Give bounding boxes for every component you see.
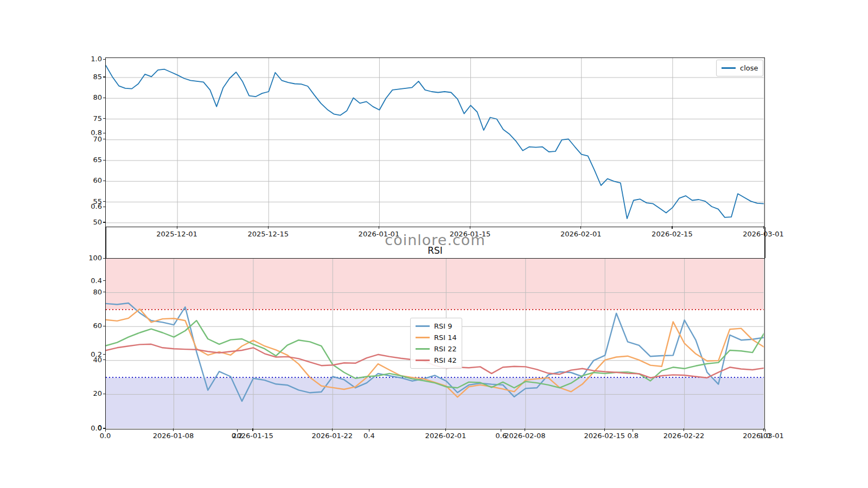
- hidden-y-tick-label: 0.8: [64, 129, 102, 137]
- hidden-y-tickmark: [103, 133, 106, 133]
- overbought-band: [106, 259, 764, 310]
- hidden-x-tick-label: 1.0: [740, 432, 790, 440]
- x-tick-label: 2026-01-01: [354, 230, 404, 238]
- legend-entry: RSI 42: [416, 355, 457, 366]
- legend-line-sample: [416, 359, 430, 361]
- x-tickmark: [763, 226, 764, 229]
- y-tickmark: [103, 76, 106, 77]
- y-tickmark: [103, 222, 106, 222]
- y-tickmark: [103, 394, 106, 394]
- y-tick-label: 80: [64, 288, 102, 296]
- y-tick-label: 50: [64, 218, 102, 226]
- x-tickmark: [379, 226, 379, 229]
- y-tick-label: 100: [64, 254, 102, 262]
- legend-label: close: [740, 64, 758, 72]
- x-tickmark: [470, 226, 470, 229]
- oversold-band: [106, 377, 764, 428]
- hidden-x-tick-label: 0.4: [344, 432, 394, 440]
- y-tickmark: [103, 326, 106, 326]
- y-tick-label: 85: [64, 73, 102, 81]
- legend-label: RSI 42: [434, 356, 457, 364]
- y-tickmark: [103, 201, 106, 202]
- x-tickmark: [525, 428, 525, 431]
- figure: coinlore.com RSI close RSI 9RSI 14RSI 22…: [0, 0, 868, 488]
- x-tickmark: [268, 226, 269, 229]
- hidden-y-tickmark: [103, 280, 106, 281]
- hidden-y-tick-label: 0.2: [64, 350, 102, 358]
- legend-entry: RSI 22: [416, 343, 457, 355]
- y-tickmark: [103, 139, 106, 139]
- legend-entry: close: [722, 62, 758, 74]
- legend-line-sample: [416, 337, 430, 338]
- hidden-x-tick-label: 0.6: [476, 432, 526, 440]
- x-tickmark: [252, 428, 253, 431]
- hidden-x-tickmark: [501, 429, 501, 432]
- hidden-x-tickmark: [369, 429, 369, 432]
- x-tick-label: 2026-01-15: [445, 230, 495, 238]
- y-tick-label: 20: [64, 389, 102, 397]
- legend-line-sample: [722, 67, 736, 69]
- hidden-x-tick-label: 0.2: [212, 432, 262, 440]
- legend-label: RSI 22: [434, 345, 457, 353]
- x-tick-label: 2026-03-01: [738, 230, 788, 238]
- legend-entry: RSI 9: [416, 320, 457, 332]
- x-tickmark: [445, 428, 446, 431]
- x-tickmark: [177, 226, 177, 229]
- x-tick-label: 2026-02-01: [556, 230, 606, 238]
- legend-rsi: RSI 9RSI 14RSI 22RSI 42: [410, 318, 462, 369]
- x-tickmark: [684, 428, 684, 431]
- hidden-x-tickmark: [105, 429, 106, 432]
- hidden-x-tick-label: 0.8: [608, 432, 658, 440]
- legend-label: RSI 9: [434, 322, 452, 330]
- x-tick-label: 2026-02-15: [647, 230, 697, 238]
- hidden-y-tick-label: 0.6: [64, 202, 102, 210]
- y-tick-label: 80: [64, 93, 102, 101]
- y-tickmark: [103, 118, 106, 119]
- hidden-x-tickmark: [633, 429, 633, 432]
- legend-close: close: [716, 60, 763, 76]
- y-tickmark: [103, 258, 106, 259]
- y-tick-label: 75: [64, 114, 102, 123]
- x-tickmark: [604, 428, 605, 431]
- hidden-y-tick-label: 0.0: [64, 424, 102, 432]
- y-tick-label: 60: [64, 176, 102, 184]
- legend-label: RSI 14: [434, 333, 457, 342]
- y-tick-label: 60: [64, 322, 102, 330]
- hidden-x-tickmark: [765, 429, 765, 432]
- left-spine-connector: [105, 227, 106, 258]
- x-tick-label: 2025-12-15: [243, 230, 293, 238]
- hidden-y-tick-label: 1.0: [64, 55, 102, 63]
- y-tickmark: [103, 292, 106, 292]
- price-chart: [105, 57, 765, 227]
- x-tickmark: [672, 226, 672, 229]
- hidden-y-tick-label: 0.4: [64, 277, 102, 285]
- close-line: [106, 66, 764, 219]
- y-tickmark: [103, 359, 106, 360]
- y-tickmark: [103, 160, 106, 160]
- hidden-y-tickmark: [103, 207, 106, 207]
- legend-line-sample: [416, 348, 430, 350]
- legend-entry: RSI 14: [416, 332, 457, 343]
- x-tick-label: 2026-02-01: [420, 432, 470, 440]
- x-tick-label: 2026-01-08: [149, 432, 199, 440]
- x-tickmark: [173, 428, 174, 431]
- x-tick-label: 2026-02-22: [659, 432, 709, 440]
- y-tick-label: 65: [64, 156, 102, 164]
- x-tickmark: [763, 428, 764, 431]
- x-tick-label: 2025-12-01: [152, 230, 202, 238]
- x-tickmark: [332, 428, 333, 431]
- legend-line-sample: [416, 325, 430, 327]
- y-tickmark: [103, 98, 106, 98]
- y-tickmark: [103, 181, 106, 181]
- x-tickmark: [580, 226, 581, 229]
- hidden-y-tickmark: [103, 354, 106, 355]
- hidden-x-tickmark: [237, 429, 238, 432]
- rsi-title: RSI: [105, 245, 765, 256]
- price-chart-canvas: [106, 58, 764, 226]
- hidden-y-tickmark: [103, 59, 106, 60]
- hidden-x-tick-label: 0.0: [80, 432, 130, 440]
